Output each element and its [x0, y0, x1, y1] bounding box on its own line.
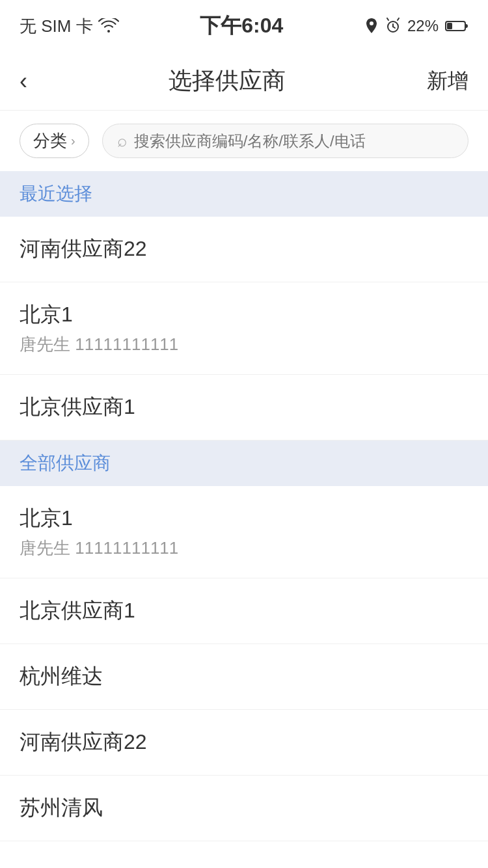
item-name: 北京供应商1: [20, 393, 468, 422]
alarm-icon: [385, 18, 401, 34]
chevron-right-icon: ›: [71, 133, 75, 148]
back-button[interactable]: ‹: [20, 68, 27, 95]
item-name: 杭州维达: [20, 662, 468, 691]
item-name: 河南供应商22: [20, 235, 468, 264]
recent-section-label: 最近选择: [20, 183, 92, 204]
page-title: 选择供应商: [169, 65, 286, 97]
recent-section-header: 最近选择: [0, 171, 488, 217]
list-item[interactable]: 北京1 唐先生 11111111111: [0, 282, 488, 375]
list-item[interactable]: 杭州维达: [0, 644, 488, 710]
item-name: 河南供应商22: [20, 728, 468, 757]
recent-list: 河南供应商22 北京1 唐先生 11111111111 北京供应商1: [0, 217, 488, 441]
item-name: 北京1: [20, 301, 468, 329]
list-item[interactable]: 河南供应商22: [0, 710, 488, 776]
all-section-label: 全部供应商: [20, 453, 111, 473]
status-left: 无 SIM 卡: [20, 15, 119, 38]
status-time: 下午6:04: [200, 12, 283, 40]
item-name: 北京1: [20, 504, 468, 533]
category-filter[interactable]: 分类 ›: [20, 124, 89, 158]
item-detail: 唐先生 11111111111: [20, 537, 468, 560]
all-section-header: 全部供应商: [0, 441, 488, 486]
nav-bar: ‹ 选择供应商 新增: [0, 52, 488, 111]
category-label: 分类: [33, 129, 67, 152]
search-icon: ⌕: [117, 131, 128, 151]
svg-line-4: [398, 18, 399, 20]
filter-bar: 分类 › ⌕: [0, 111, 488, 171]
item-detail: 唐先生 11111111111: [20, 333, 468, 356]
item-name: 北京供应商1: [20, 597, 468, 625]
status-right: 22%: [364, 17, 468, 35]
add-button[interactable]: 新增: [427, 67, 468, 96]
item-name: 苏州清风: [20, 794, 468, 822]
list-item[interactable]: 北京供应商1: [0, 375, 488, 441]
svg-line-2: [393, 27, 395, 28]
location-icon: [364, 18, 379, 34]
status-bar: 无 SIM 卡 下午6:04 22%: [0, 0, 488, 52]
battery-icon: [445, 20, 468, 32]
all-list: 北京1 唐先生 11111111111 北京供应商1 杭州维达 河南供应商22 …: [0, 486, 488, 841]
svg-line-3: [387, 18, 388, 20]
search-box[interactable]: ⌕: [102, 124, 468, 158]
list-item[interactable]: 北京供应商1: [0, 578, 488, 644]
list-item[interactable]: 苏州清风: [0, 776, 488, 841]
no-sim-text: 无 SIM 卡: [20, 15, 93, 38]
svg-rect-6: [447, 23, 452, 29]
list-item[interactable]: 河南供应商22: [0, 217, 488, 282]
list-item[interactable]: 北京1 唐先生 11111111111: [0, 486, 488, 578]
battery-text: 22%: [407, 17, 439, 35]
wifi-icon: [98, 18, 119, 34]
search-input[interactable]: [134, 132, 454, 150]
